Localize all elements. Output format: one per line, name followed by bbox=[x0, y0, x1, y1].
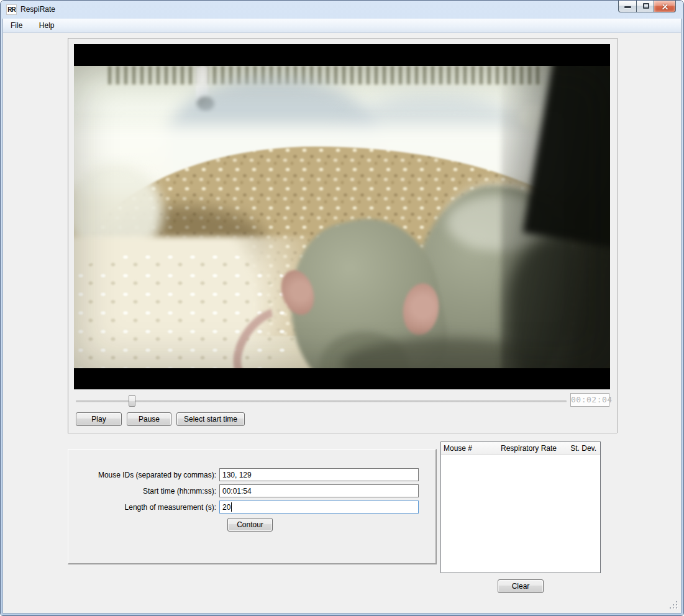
start-time-field-wrap bbox=[219, 484, 419, 497]
app-icon: RR bbox=[6, 4, 17, 15]
column-mouse-number: Mouse # bbox=[441, 442, 493, 455]
measurement-form-panel: Mouse IDs (separated by commas): Start t… bbox=[68, 449, 437, 564]
column-respiratory-rate: Respiratory Rate bbox=[493, 442, 564, 455]
maximize-icon bbox=[643, 3, 649, 9]
maximize-button[interactable] bbox=[636, 1, 654, 12]
app-window: RR RespiRate File Help bbox=[0, 0, 684, 616]
video-display bbox=[74, 44, 610, 389]
titlebar[interactable]: RR RespiRate bbox=[1, 1, 683, 19]
measurement-length-input[interactable] bbox=[219, 500, 419, 514]
mouse-ids-input[interactable] bbox=[219, 468, 419, 481]
video-panel: 00:02:04 Play Pause Select start time bbox=[68, 38, 618, 433]
app-icon-label: RR bbox=[7, 6, 15, 13]
measurement-length-label: Length of measurement (s): bbox=[73, 501, 216, 514]
clear-button[interactable]: Clear bbox=[498, 579, 544, 593]
select-start-time-button[interactable]: Select start time bbox=[176, 412, 245, 426]
menu-help[interactable]: Help bbox=[33, 19, 61, 32]
text-caret bbox=[231, 502, 232, 512]
resize-grip-icon bbox=[668, 600, 678, 610]
play-button[interactable]: Play bbox=[76, 412, 122, 426]
minimize-button[interactable] bbox=[618, 1, 636, 12]
letterbox-bottom bbox=[74, 368, 610, 389]
results-table-body bbox=[441, 455, 600, 573]
pause-button[interactable]: Pause bbox=[127, 412, 171, 426]
video-photo bbox=[74, 66, 610, 368]
start-time-input[interactable] bbox=[219, 484, 419, 497]
time-display: 00:02:04 bbox=[570, 393, 609, 407]
slider-groove[interactable] bbox=[76, 401, 567, 402]
window-controls bbox=[618, 1, 676, 12]
window-title: RespiRate bbox=[21, 1, 55, 19]
mouse-ids-label: Mouse IDs (separated by commas): bbox=[73, 469, 216, 481]
slider-handle[interactable] bbox=[129, 395, 135, 407]
column-st-dev: St. Dev. bbox=[564, 442, 598, 455]
measurement-length-field-wrap bbox=[219, 500, 419, 514]
menu-file[interactable]: File bbox=[4, 19, 29, 32]
minimize-icon bbox=[624, 6, 631, 8]
close-button[interactable] bbox=[654, 1, 676, 12]
menu-bar: File Help bbox=[3, 19, 681, 33]
close-icon bbox=[662, 3, 668, 10]
letterbox-top bbox=[74, 44, 610, 66]
vignette bbox=[74, 66, 610, 368]
start-time-label: Start time (hh:mm:ss): bbox=[73, 485, 216, 497]
results-table: Mouse # Respiratory Rate St. Dev. bbox=[440, 442, 601, 573]
time-display-value: 00:02:04 bbox=[571, 395, 613, 404]
contour-button[interactable]: Contour bbox=[227, 518, 273, 532]
resize-grip[interactable] bbox=[668, 600, 678, 610]
results-table-header: Mouse # Respiratory Rate St. Dev. bbox=[441, 442, 600, 455]
mouse-ids-field-wrap bbox=[219, 468, 419, 481]
video-position-slider[interactable] bbox=[76, 389, 573, 408]
